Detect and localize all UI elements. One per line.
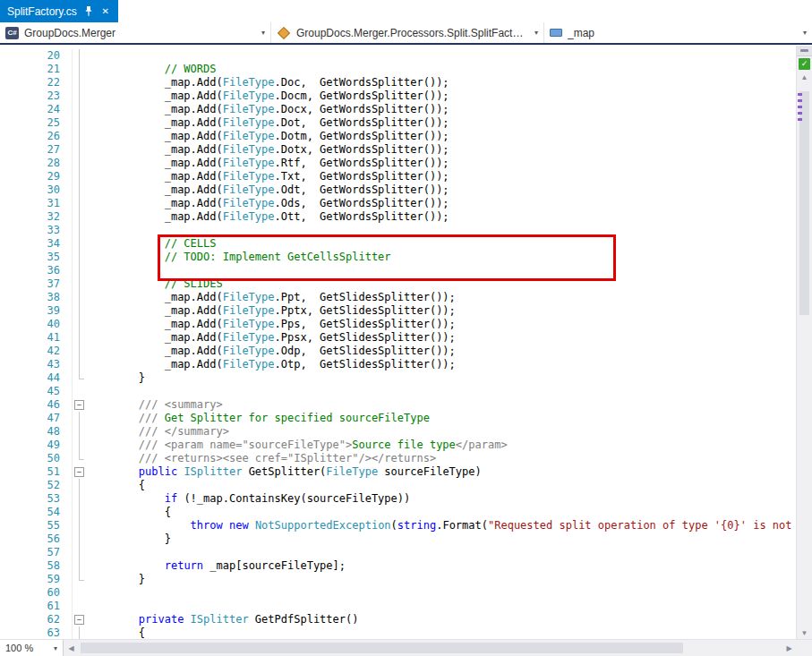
code-line[interactable]: 36 — [0, 264, 797, 277]
code-line[interactable]: 57 — [0, 546, 797, 559]
code-line[interactable]: 20 — [0, 49, 797, 63]
type-dropdown[interactable]: GroupDocs.Merger.Processors.Split.SplitF… — [270, 22, 543, 43]
code-text: _map.Add(FileType.Pptx, GetSlidesSplitte… — [87, 304, 456, 318]
collapse-toggle[interactable]: − — [73, 465, 87, 479]
code-line[interactable]: 62− private ISplitter GetPdfSplitter() — [0, 613, 797, 626]
code-line[interactable]: 27 _map.Add(FileType.Dotx, GetWordsSplit… — [0, 143, 797, 157]
collapse-toggle[interactable]: − — [73, 613, 87, 626]
line-number: 55 — [0, 519, 73, 532]
outline-margin — [73, 49, 87, 63]
code-line[interactable]: 33 — [0, 224, 797, 237]
code-line[interactable]: 24 _map.Add(FileType.Docx, GetWordsSplit… — [0, 103, 797, 116]
outline-margin — [73, 573, 87, 586]
code-text: // SLIDES — [87, 277, 223, 291]
code-line[interactable]: 40 _map.Add(FileType.Pps, GetSlidesSplit… — [0, 318, 797, 331]
file-health-indicator[interactable]: ✓ — [799, 58, 810, 70]
close-icon[interactable]: ✕ — [100, 6, 111, 17]
code-line[interactable]: 51− public ISplitter GetSplitter(FileTyp… — [0, 465, 797, 479]
line-number: 30 — [0, 183, 73, 197]
code-editor[interactable]: 2021 // WORDS22 _map.Add(FileType.Doc, G… — [0, 46, 797, 640]
line-number: 29 — [0, 170, 73, 183]
code-line[interactable]: 31 _map.Add(FileType.Ods, GetWordsSplitt… — [0, 197, 797, 210]
scroll-right-arrow[interactable]: ▶ — [782, 640, 797, 656]
collapse-minus-icon[interactable]: − — [74, 615, 84, 625]
code-line[interactable]: 21 // WORDS — [0, 63, 797, 76]
line-number: 62 — [0, 613, 73, 626]
code-line[interactable]: 60 — [0, 586, 797, 600]
outline-margin — [73, 425, 87, 439]
collapse-toggle[interactable]: − — [73, 398, 87, 412]
project-dropdown[interactable]: C# GroupDocs.Merger ▾ — [0, 22, 270, 43]
pin-icon[interactable] — [83, 6, 94, 17]
outline-margin — [73, 183, 87, 197]
outline-margin — [73, 130, 87, 143]
code-line[interactable]: 47 /// Get Splitter for specified source… — [0, 412, 797, 425]
code-line[interactable]: 56 } — [0, 532, 797, 546]
vertical-scrollbar[interactable]: ✓ ▲ ▼ — [796, 46, 812, 640]
collapse-minus-icon[interactable]: − — [74, 467, 84, 477]
code-line[interactable]: 61 — [0, 600, 797, 613]
code-line[interactable]: 46− /// <summary> — [0, 398, 797, 412]
document-tab[interactable]: SplitFactory.cs ✕ — [0, 0, 118, 22]
code-line[interactable]: 34 // CELLS — [0, 237, 797, 251]
code-line[interactable]: 55 throw new NotSupportedException(strin… — [0, 519, 797, 532]
code-line[interactable]: 58 return _map[sourceFileType]; — [0, 559, 797, 573]
scroll-down-arrow[interactable]: ▼ — [797, 627, 812, 640]
code-line[interactable]: 30 _map.Add(FileType.Odt, GetWordsSplitt… — [0, 183, 797, 197]
collapse-minus-icon[interactable]: − — [74, 400, 84, 410]
outline-margin — [73, 197, 87, 210]
code-line[interactable]: 39 _map.Add(FileType.Pptx, GetSlidesSpli… — [0, 304, 797, 318]
code-line[interactable]: 45 — [0, 385, 797, 398]
code-line[interactable]: 43 _map.Add(FileType.Otp, GetSlidesSplit… — [0, 358, 797, 371]
code-line[interactable]: 63 { — [0, 626, 797, 640]
code-text: } — [87, 371, 145, 385]
code-line[interactable]: 35 // TODO: Implement GetCellsSplitter — [0, 251, 797, 264]
scroll-up-arrow[interactable]: ▲ — [797, 72, 812, 84]
code-line[interactable]: 53 if (!_map.ContainsKey(sourceFileType)… — [0, 492, 797, 506]
code-line[interactable]: 25 _map.Add(FileType.Dot, GetWordsSplitt… — [0, 116, 797, 130]
zoom-control[interactable]: 100 % ▾ — [0, 640, 64, 656]
code-line[interactable]: 29 _map.Add(FileType.Txt, GetWordsSplitt… — [0, 170, 797, 183]
code-line[interactable]: 37 // SLIDES — [0, 277, 797, 291]
code-line[interactable]: 48 /// </summary> — [0, 425, 797, 439]
type-dropdown-label: GroupDocs.Merger.Processors.Split.SplitF… — [296, 27, 527, 39]
code-line[interactable]: 26 _map.Add(FileType.Dotm, GetWordsSplit… — [0, 130, 797, 143]
code-text: /// </summary> — [87, 425, 229, 439]
code-line[interactable]: 22 _map.Add(FileType.Doc, GetWordsSplitt… — [0, 76, 797, 89]
code-line[interactable]: 44 } — [0, 371, 797, 385]
code-text: throw new NotSupportedException(string.F… — [87, 519, 797, 532]
code-text: _map.Add(FileType.Txt, GetWordsSplitter(… — [87, 170, 449, 183]
outline-margin — [73, 116, 87, 130]
horizontal-scroll-thumb[interactable] — [81, 643, 683, 653]
member-dropdown[interactable]: _map ▾ — [543, 22, 812, 43]
change-marker — [798, 93, 802, 96]
code-line[interactable]: 52 { — [0, 479, 797, 492]
line-number: 34 — [0, 237, 73, 251]
code-text: /// Get Splitter for specified sourceFil… — [87, 412, 430, 425]
code-line[interactable]: 32 _map.Add(FileType.Ott, GetWordsSplitt… — [0, 210, 797, 224]
line-number: 36 — [0, 264, 73, 277]
code-line[interactable]: 28 _map.Add(FileType.Rtf, GetWordsSplitt… — [0, 157, 797, 170]
code-text: _map.Add(FileType.Ppsx, GetSlidesSplitte… — [87, 331, 456, 345]
outline-margin — [73, 76, 87, 89]
code-line[interactable]: 59 } — [0, 573, 797, 586]
code-line[interactable]: 49 /// <param name="sourceFileType">Sour… — [0, 439, 797, 452]
line-number: 32 — [0, 210, 73, 224]
line-number: 58 — [0, 559, 73, 573]
line-number: 33 — [0, 224, 73, 237]
code-line[interactable]: 23 _map.Add(FileType.Docm, GetWordsSplit… — [0, 89, 797, 103]
scroll-left-arrow[interactable]: ◀ — [64, 640, 79, 656]
horizontal-scroll-track[interactable] — [79, 640, 782, 656]
code-line[interactable]: 38 _map.Add(FileType.Ppt, GetSlidesSplit… — [0, 291, 797, 304]
code-line[interactable]: 50 /// <returns><see cref="ISplitter"/><… — [0, 452, 797, 465]
code-line[interactable]: 41 _map.Add(FileType.Ppsx, GetSlidesSpli… — [0, 331, 797, 345]
vertical-scroll-track[interactable] — [797, 84, 812, 627]
code-line[interactable]: 42 _map.Add(FileType.Odp, GetSlidesSplit… — [0, 345, 797, 358]
vertical-scroll-thumb[interactable] — [799, 91, 809, 315]
code-line[interactable]: 54 { — [0, 506, 797, 519]
line-number: 24 — [0, 103, 73, 116]
outline-margin — [73, 371, 87, 385]
outline-margin — [73, 385, 87, 398]
code-text: private ISplitter GetPdfSplitter() — [87, 613, 358, 626]
splitter-handle[interactable] — [797, 46, 812, 56]
